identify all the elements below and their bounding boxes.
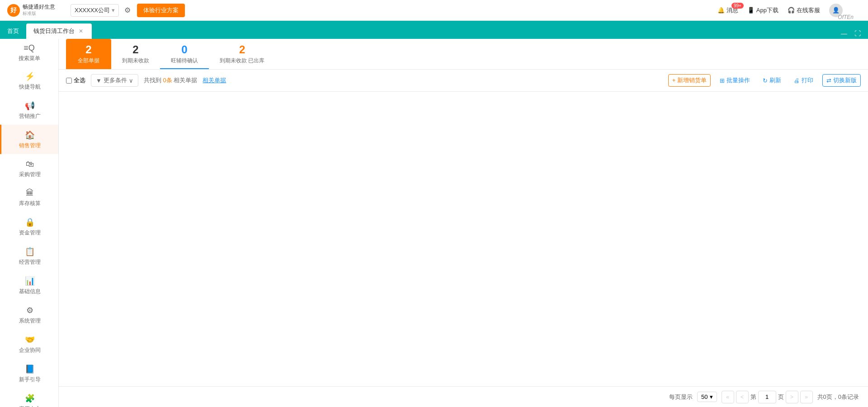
sidebar-item-label: 系统管理: [19, 317, 41, 325]
sidebar-item-quick-nav[interactable]: ⚡ 快捷导航: [0, 66, 58, 95]
refresh-button[interactable]: ↻ 刷新: [759, 75, 785, 86]
sidebar: ≡Q 搜索菜单 ⚡ 快捷导航 📢 营销推广 🏠 销售管理 🛍 采购管理 🏛 库存…: [0, 39, 59, 407]
tab-minimize-icon[interactable]: —: [839, 28, 849, 39]
page-size-chevron: ▾: [710, 393, 713, 400]
tab-bar-actions: — ⛶: [834, 28, 868, 39]
headset-icon: 🎧: [788, 7, 795, 14]
page-size-select[interactable]: 50 ▾: [697, 392, 717, 402]
tab-workspace[interactable]: 钱货日清工作台 ✕: [26, 23, 92, 39]
sidebar-item-inventory[interactable]: 🏛 库存核算: [0, 183, 58, 212]
select-all-checkbox[interactable]: 全选: [66, 76, 85, 84]
last-page-button[interactable]: »: [800, 391, 813, 403]
chevron-down-icon: ▾: [112, 7, 115, 14]
print-button[interactable]: 🖨 打印: [790, 75, 817, 86]
stat-tab-all[interactable]: 2 全部单据: [66, 39, 111, 69]
next-page-button[interactable]: >: [786, 391, 798, 403]
filter-label: 更多条件: [104, 76, 127, 84]
print-icon: 🖨: [794, 77, 800, 84]
pagination-bar: 每页显示 50 ▾ « < 第 页 > »: [59, 386, 868, 407]
tab-expand-icon[interactable]: ⛶: [853, 28, 863, 39]
user-icon: 👤: [832, 7, 840, 14]
check-all-input[interactable]: [66, 78, 72, 84]
refresh-icon: ↻: [763, 77, 768, 84]
tab-bar: 首页 钱货日清工作台 ✕ — ⛶: [0, 21, 868, 39]
stat-tab-overdue[interactable]: 2 到期未收款: [111, 39, 160, 69]
logo-icon: 好: [7, 4, 20, 17]
page-nav: « < 第 页 > »: [722, 391, 813, 403]
messages-badge: 99+: [731, 3, 744, 9]
page-size-value: 50: [701, 393, 708, 400]
online-service-label: 在线客服: [797, 6, 820, 14]
app-download-button[interactable]: 📱 App下载: [747, 6, 778, 14]
sidebar-item-guide[interactable]: 📘 新手引导: [0, 359, 58, 388]
settings-icon[interactable]: ⚙: [123, 4, 132, 16]
batch-operation-button[interactable]: ⊞ 批量操作: [716, 75, 754, 86]
sidebar-item-operation[interactable]: 📋 经营管理: [0, 241, 58, 271]
toolbar: 全选 ▼ 更多条件 ∨ 共找到 0条 相关单据 相关单据 + 新增销货单 ⊞: [59, 70, 868, 92]
switch-version-button[interactable]: ⇄ 切换新版: [822, 74, 861, 87]
sidebar-item-label: 企业协同: [19, 346, 41, 354]
sidebar-item-search-menu[interactable]: ≡Q 搜索菜单: [0, 39, 58, 66]
first-page-button[interactable]: «: [722, 391, 734, 403]
header-right: 🔔 消息 99+ 📱 App下载 🎧 在线客服 👤 OfTEn: [717, 4, 861, 17]
refresh-label: 刷新: [769, 76, 781, 84]
tab-workspace-label: 钱货日清工作台: [33, 27, 75, 35]
stat-tab-overdue-shipped[interactable]: 2 到期未收款 已出库: [209, 39, 275, 69]
sidebar-item-label: 快捷导航: [19, 83, 41, 91]
sidebar-item-marketing[interactable]: 📢 营销推广: [0, 95, 58, 125]
tab-close-icon[interactable]: ✕: [77, 28, 85, 35]
sidebar-item-app-center[interactable]: 🧩 应用中心: [0, 388, 58, 407]
company-name: XXXXXX公司: [75, 6, 110, 14]
page-number-input[interactable]: [758, 391, 776, 403]
basic-icon: 📊: [25, 276, 35, 286]
sidebar-item-purchase[interactable]: 🛍 采购管理: [0, 154, 58, 183]
sidebar-item-label: 新手引导: [19, 376, 41, 384]
often-label: OfTEn: [838, 14, 854, 20]
sidebar-item-basic[interactable]: 📊 基础信息: [0, 271, 58, 300]
guide-icon: 📘: [25, 364, 35, 374]
market-icon: 📢: [25, 101, 35, 111]
stat-tab-wangpu[interactable]: 0 旺辅待确认: [160, 39, 209, 69]
online-service-button[interactable]: 🎧 在线客服: [788, 6, 820, 14]
tab-home-label: 首页: [7, 27, 19, 35]
prev-page-button[interactable]: <: [736, 391, 749, 403]
table-area: [59, 92, 868, 386]
system-icon: ⚙: [26, 305, 33, 315]
toolbar-left: 全选 ▼ 更多条件 ∨ 共找到 0条 相关单据 相关单据: [66, 74, 663, 87]
found-count: 0条: [163, 77, 172, 84]
tab-home[interactable]: 首页: [0, 23, 26, 39]
sidebar-item-label: 营销推广: [19, 112, 41, 120]
messages-button[interactable]: 🔔 消息 99+: [717, 6, 738, 14]
sidebar-item-label: 搜索菜单: [19, 55, 40, 62]
operation-icon: 📋: [25, 247, 35, 257]
toolbar-right: + 新增销货单 ⊞ 批量操作 ↻ 刷新 🖨 打印 ⇄ 切换新版: [668, 74, 861, 87]
finance-icon: 🔒: [25, 217, 35, 227]
stat-number-all: 2: [85, 43, 91, 56]
stat-label-overdue-shipped: 到期未收款 已出库: [220, 57, 264, 65]
main-layout: ≡Q 搜索菜单 ⚡ 快捷导航 📢 营销推广 🏠 销售管理 🛍 采购管理 🏛 库存…: [0, 39, 868, 407]
trial-button[interactable]: 体验行业方案: [137, 4, 185, 17]
switch-icon: ⇄: [826, 77, 831, 84]
enterprise-icon: 🤝: [25, 335, 35, 345]
sidebar-item-enterprise[interactable]: 🤝 企业协同: [0, 329, 58, 359]
sidebar-item-label: 销售管理: [19, 142, 41, 150]
purchase-icon: 🛍: [26, 159, 34, 169]
stat-label-overdue: 到期未收款: [122, 57, 149, 65]
add-sales-order-button[interactable]: + 新增销货单: [668, 74, 711, 87]
print-label: 打印: [802, 76, 813, 84]
logo-text: 畅捷通好生意 标准版: [23, 4, 55, 17]
sidebar-item-sales[interactable]: 🏠 销售管理: [0, 125, 58, 154]
app-download-label: App下载: [756, 6, 778, 14]
found-text: 共找到 0条 相关单据: [144, 76, 197, 84]
related-orders-link[interactable]: 相关单据: [203, 76, 226, 84]
content-area: 2 全部单据 2 到期未收款 0 旺辅待确认 2 到期未收款 已出库 全选: [59, 39, 868, 407]
sidebar-item-finance[interactable]: 🔒 资金管理: [0, 212, 58, 241]
sidebar-item-label: 经营管理: [19, 258, 41, 266]
top-header: 好 畅捷通好生意 标准版 XXXXXX公司 ▾ ⚙ 体验行业方案 🔔 消息 99…: [0, 0, 868, 21]
sidebar-item-label: 应用中心: [19, 405, 41, 407]
chevron-down-icon: ∨: [129, 77, 133, 84]
sidebar-item-label: 采购管理: [19, 171, 41, 178]
filter-button[interactable]: ▼ 更多条件 ∨: [91, 74, 138, 87]
sidebar-item-system[interactable]: ⚙ 系统管理: [0, 300, 58, 329]
company-selector[interactable]: XXXXXX公司 ▾: [71, 4, 119, 17]
